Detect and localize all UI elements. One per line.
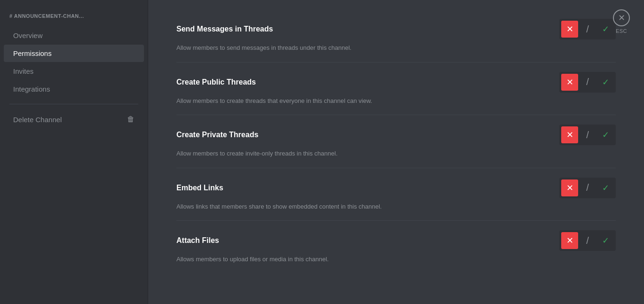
neutral-button-embed-links[interactable]: / — [579, 179, 596, 196]
esc-button[interactable]: ✕ ESC — [613, 9, 630, 34]
sidebar-item-invites[interactable]: Invites — [4, 62, 144, 80]
delete-channel-item[interactable]: Delete Channel 🗑 — [4, 110, 144, 128]
permission-item-embed-links: Embed Links✕/✓Allows links that members … — [176, 168, 616, 221]
allow-button-create-public-threads[interactable]: ✓ — [597, 74, 614, 91]
sidebar-item-permissions[interactable]: Permissions — [4, 45, 144, 62]
deny-button-send-messages-threads[interactable]: ✕ — [561, 21, 578, 38]
allow-button-embed-links[interactable]: ✓ — [597, 179, 614, 196]
permission-item-create-private-threads: Create Private Threads✕/✓Allow members t… — [176, 115, 616, 168]
sidebar-divider — [9, 104, 138, 104]
allow-button-attach-files[interactable]: ✓ — [597, 232, 614, 249]
permission-list: Send Messages in Threads✕/✓Allow members… — [176, 0, 616, 273]
allow-button-create-private-threads[interactable]: ✓ — [597, 126, 614, 143]
permission-controls-embed-links: ✕/✓ — [559, 178, 616, 198]
permission-item-create-public-threads: Create Public Threads✕/✓Allow members to… — [176, 62, 616, 116]
sidebar: # ANNOUNCEMENT-CHAN... OverviewPermissio… — [0, 0, 148, 304]
permission-item-attach-files: Attach Files✕/✓Allows members to upload … — [176, 221, 616, 273]
sidebar-item-integrations[interactable]: Integrations — [4, 80, 144, 98]
permission-item-send-messages-threads: Send Messages in Threads✕/✓Allow members… — [176, 9, 616, 62]
deny-button-create-private-threads[interactable]: ✕ — [561, 126, 578, 143]
permission-title-embed-links: Embed Links — [176, 184, 223, 192]
permission-header-attach-files: Attach Files✕/✓ — [176, 230, 616, 251]
permission-controls-attach-files: ✕/✓ — [559, 230, 616, 251]
sidebar-item-overview[interactable]: Overview — [4, 27, 144, 44]
deny-button-embed-links[interactable]: ✕ — [561, 179, 578, 196]
permission-title-send-messages-threads: Send Messages in Threads — [176, 25, 273, 33]
permission-header-embed-links: Embed Links✕/✓ — [176, 178, 616, 198]
permission-title-create-public-threads: Create Public Threads — [176, 78, 256, 86]
permission-header-create-public-threads: Create Public Threads✕/✓ — [176, 72, 616, 93]
permission-title-create-private-threads: Create Private Threads — [176, 131, 258, 139]
permission-title-attach-files: Attach Files — [176, 236, 219, 245]
esc-label: ESC — [616, 28, 627, 34]
trash-icon: 🗑 — [127, 115, 135, 124]
channel-name: # ANNOUNCEMENT-CHAN... — [0, 9, 148, 26]
permission-header-send-messages-threads: Send Messages in Threads✕/✓ — [176, 19, 616, 39]
main-content: ✕ ESC Send Messages in Threads✕/✓Allow m… — [148, 0, 644, 304]
permission-controls-send-messages-threads: ✕/✓ — [559, 19, 616, 39]
neutral-button-attach-files[interactable]: / — [579, 232, 596, 249]
permission-controls-create-public-threads: ✕/✓ — [559, 72, 616, 93]
permission-controls-create-private-threads: ✕/✓ — [559, 125, 616, 145]
neutral-button-send-messages-threads[interactable]: / — [579, 21, 596, 38]
permission-description-create-public-threads: Allow members to create threads that eve… — [176, 96, 393, 106]
permission-description-create-private-threads: Allow members to create invite-only thre… — [176, 149, 393, 158]
neutral-button-create-private-threads[interactable]: / — [579, 126, 596, 143]
permission-description-embed-links: Allows links that members share to show … — [176, 202, 393, 211]
neutral-button-create-public-threads[interactable]: / — [579, 74, 596, 91]
delete-channel-label: Delete Channel — [13, 116, 62, 124]
permission-description-send-messages-threads: Allow members to send messages in thread… — [176, 43, 393, 53]
allow-button-send-messages-threads[interactable]: ✓ — [597, 21, 614, 38]
deny-button-create-public-threads[interactable]: ✕ — [561, 74, 578, 91]
permission-description-attach-files: Allows members to upload files or media … — [176, 255, 393, 264]
deny-button-attach-files[interactable]: ✕ — [561, 232, 578, 249]
permission-header-create-private-threads: Create Private Threads✕/✓ — [176, 125, 616, 145]
esc-circle-icon: ✕ — [613, 9, 630, 26]
